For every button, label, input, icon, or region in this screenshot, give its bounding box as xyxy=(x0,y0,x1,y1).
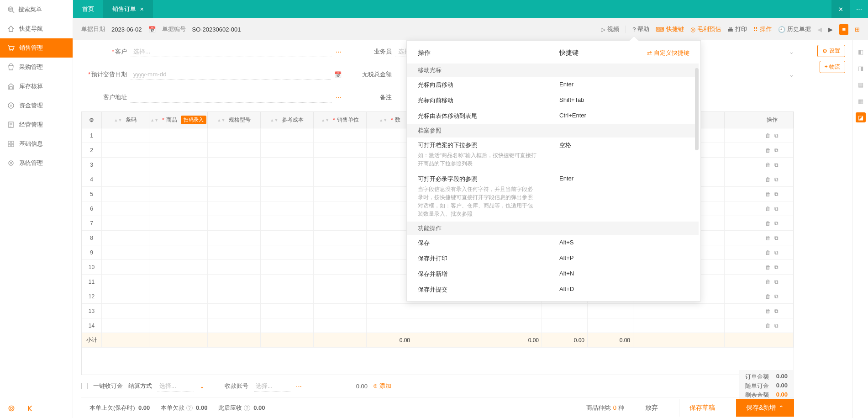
popover-scrollbar[interactable] xyxy=(695,68,699,297)
col-refcost[interactable]: ▲▼参考成本 xyxy=(261,112,314,128)
toolbar-layout2[interactable]: ⊞ xyxy=(855,26,860,33)
sidebar-search[interactable]: 搜索菜单 xyxy=(0,0,73,19)
delete-icon[interactable]: 🗑 xyxy=(765,264,771,270)
rail-icon-2[interactable]: ◨ xyxy=(856,63,866,73)
delete-icon[interactable]: 🗑 xyxy=(765,220,771,227)
col-barcode[interactable]: ▲▼条码 xyxy=(102,112,149,128)
tab-sales-order[interactable]: 销售订单 ✕ xyxy=(103,0,153,18)
copy-icon[interactable]: ⧉ xyxy=(774,293,779,300)
sidebar-item-quicknav[interactable]: 快捷导航 xyxy=(0,19,73,38)
rail-icon-4[interactable]: ▦ xyxy=(856,96,866,106)
toolbar-help[interactable]: ? 帮助 xyxy=(632,25,649,33)
discard-button[interactable]: 放弃 xyxy=(635,399,668,417)
copy-icon[interactable]: ⧉ xyxy=(774,176,779,183)
help-icon[interactable]: ? xyxy=(186,405,193,411)
sidebar-item-purchase[interactable]: 采购管理 xyxy=(0,58,73,77)
copy-icon[interactable]: ⧉ xyxy=(774,279,779,285)
address-input[interactable] xyxy=(131,92,332,103)
toolbar-print[interactable]: 🖶 打印 xyxy=(727,25,747,33)
toolbar-history[interactable]: 🕘 历史单据 xyxy=(778,25,811,33)
customer-input[interactable] xyxy=(131,46,332,57)
copy-icon[interactable]: ⧉ xyxy=(774,162,779,168)
toolbar-next[interactable]: ▶ xyxy=(828,26,833,33)
add-link[interactable]: ⊕ 添加 xyxy=(373,382,391,390)
scan-badge[interactable]: 扫码录入 xyxy=(181,116,206,124)
copy-icon[interactable]: ⧉ xyxy=(774,206,779,212)
collapse-icon[interactable] xyxy=(26,404,35,413)
copy-icon[interactable]: ⧉ xyxy=(774,220,779,227)
toolbar-layout1[interactable]: ≡ xyxy=(839,24,848,35)
chevron-down-icon[interactable]: ⌄ xyxy=(789,48,794,55)
help-icon[interactable]: ? xyxy=(244,405,250,411)
expect-date-input[interactable] xyxy=(131,69,331,80)
delete-icon[interactable]: 🗑 xyxy=(765,235,771,241)
toolbar-operate[interactable]: ⠿ 操作 xyxy=(753,25,772,33)
delete-icon[interactable]: 🗑 xyxy=(765,176,771,183)
delete-icon[interactable]: 🗑 xyxy=(765,132,771,139)
doc-date-value[interactable]: 2023-06-02 xyxy=(111,26,142,33)
calendar-icon[interactable]: 📅 xyxy=(334,71,342,78)
tab-close-all[interactable]: ✕ xyxy=(831,0,850,18)
copy-icon[interactable]: ⧉ xyxy=(774,191,779,197)
toolbar-profit[interactable]: ◎ 毛利预估 xyxy=(690,25,721,33)
doc-date-label: 单据日期 xyxy=(81,25,105,33)
more-icon[interactable]: ⋯ xyxy=(336,48,342,55)
sidebar-item-basic[interactable]: 基础信息 xyxy=(0,134,73,153)
toolbar-shortcut[interactable]: ⌨ 快捷键 xyxy=(656,25,684,33)
rail-icon-1[interactable]: ◧ xyxy=(856,47,866,57)
tab-more[interactable]: ⋯ xyxy=(850,0,868,18)
delete-icon[interactable]: 🗑 xyxy=(765,323,771,329)
rail-icon-3[interactable]: ▤ xyxy=(856,79,866,90)
tab-home[interactable]: 首页 xyxy=(73,0,103,18)
copy-icon[interactable]: ⧉ xyxy=(774,235,779,241)
delete-icon[interactable]: 🗑 xyxy=(765,162,771,168)
draft-button[interactable]: 保存草稿 xyxy=(679,399,725,417)
more-icon[interactable]: ⋯ xyxy=(296,383,302,390)
delete-icon[interactable]: 🗑 xyxy=(765,279,771,285)
col-spec[interactable]: ▲▼规格型号 xyxy=(208,112,261,128)
delete-icon[interactable]: 🗑 xyxy=(765,249,771,256)
logistics-button[interactable]: + 物流 xyxy=(820,61,845,73)
col-product[interactable]: ▲▼*商品扫码录入 xyxy=(149,112,208,128)
sidebar-item-system[interactable]: 系统管理 xyxy=(0,153,73,173)
chevron-down-icon[interactable]: ⌄ xyxy=(789,71,794,78)
col-gear[interactable]: ⚙ xyxy=(82,112,102,128)
calendar-icon[interactable]: 📅 xyxy=(148,26,156,33)
popover-body[interactable]: 移动光标 光标向后移动Enter光标向前移动Shift+Tab光标由表体移动到表… xyxy=(407,63,700,301)
copy-icon[interactable]: ⧉ xyxy=(774,147,779,153)
account-select[interactable]: 选择... xyxy=(254,381,290,392)
more-icon[interactable]: ⋯ xyxy=(336,94,342,101)
home-icon xyxy=(7,25,15,32)
copy-icon[interactable]: ⧉ xyxy=(774,249,779,256)
close-icon[interactable]: ✕ xyxy=(140,6,144,12)
toolbar-video[interactable]: ▷ 视频 xyxy=(601,25,619,33)
toolbar-prev[interactable]: ◀ xyxy=(817,26,822,33)
table-row[interactable]: 14🗑⧉ xyxy=(82,318,794,333)
rail-icon-5[interactable]: ◪ xyxy=(856,112,866,122)
col-unit[interactable]: ▲▼*销售单位 xyxy=(314,112,367,128)
delete-icon[interactable]: 🗑 xyxy=(765,308,771,314)
settings-button[interactable]: ⚙ 设置 xyxy=(817,45,845,57)
sidebar-item-sales[interactable]: 销售管理 xyxy=(0,38,73,58)
custom-shortcut-link[interactable]: ⇄ 自定义快捷键 xyxy=(647,49,689,57)
delete-icon[interactable]: 🗑 xyxy=(765,293,771,300)
svg-rect-15 xyxy=(8,144,11,147)
copy-icon[interactable]: ⧉ xyxy=(774,264,779,270)
deposit-checkbox[interactable] xyxy=(81,383,88,389)
delete-icon[interactable]: 🗑 xyxy=(765,147,771,153)
chevron-down-icon[interactable]: ⌄ xyxy=(200,383,205,390)
sidebar-item-finance[interactable]: ¥ 资金管理 xyxy=(0,96,73,115)
save-button[interactable]: 保存&新增⌃ xyxy=(736,399,794,417)
sidebar-item-inventory[interactable]: 库存核算 xyxy=(0,77,73,96)
settle-select[interactable]: 选择... xyxy=(158,381,194,392)
sidebar-item-business[interactable]: 经营管理 xyxy=(0,115,73,134)
scrollbar-thumb[interactable] xyxy=(695,68,699,150)
copy-icon[interactable]: ⧉ xyxy=(774,308,779,314)
delete-icon[interactable]: 🗑 xyxy=(765,206,771,212)
table-row[interactable]: 13🗑⧉ xyxy=(82,304,794,318)
remark-label: 备注 xyxy=(346,93,392,101)
copy-icon[interactable]: ⧉ xyxy=(774,132,779,139)
copy-icon[interactable]: ⧉ xyxy=(774,323,779,329)
settings-icon[interactable] xyxy=(7,404,16,413)
delete-icon[interactable]: 🗑 xyxy=(765,191,771,197)
